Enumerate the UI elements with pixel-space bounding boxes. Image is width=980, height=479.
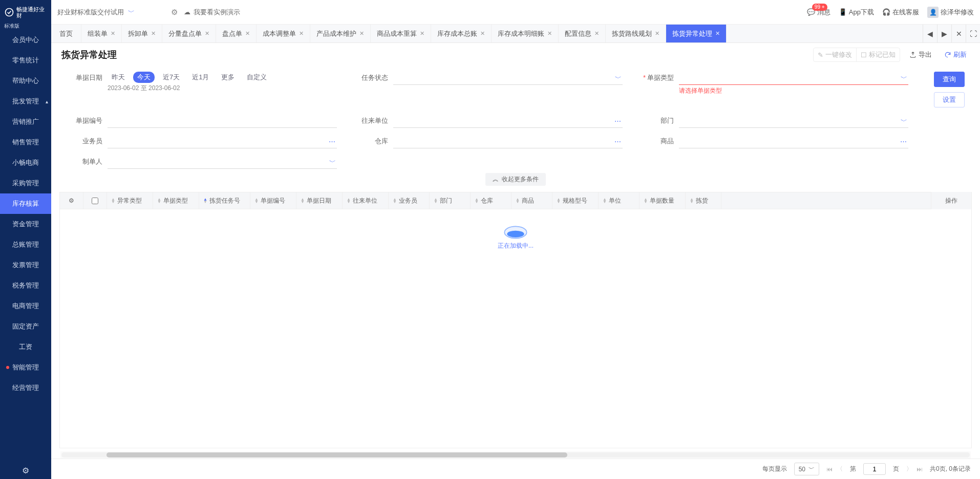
sort-icon[interactable]: ▲▼	[203, 198, 207, 203]
tab[interactable]: 组装单✕	[81, 25, 122, 42]
product-select[interactable]: ⋯	[679, 135, 908, 148]
tab[interactable]: 拣货异常处理✕	[666, 25, 727, 42]
th-settings[interactable]: ⚙	[60, 192, 83, 209]
messages-link[interactable]: 99 + 💬 消息	[807, 8, 830, 17]
pager-first[interactable]: ⏮	[826, 466, 833, 473]
th-checkbox[interactable]	[83, 192, 107, 209]
th[interactable]: ▲▼单据数量	[640, 192, 686, 209]
app-download-link[interactable]: 📱 App下载	[839, 8, 874, 17]
sidebar-item[interactable]: 帮助中心	[0, 71, 51, 91]
sidebar-item[interactable]: 营销推广	[0, 112, 51, 132]
sidebar-item[interactable]: 资金管理	[0, 214, 51, 234]
sort-icon[interactable]: ▲▼	[301, 198, 305, 203]
tabs-close-all[interactable]: ✕	[951, 25, 966, 42]
sort-icon[interactable]: ▲▼	[475, 198, 479, 203]
sort-icon[interactable]: ▲▼	[690, 198, 694, 203]
sidebar-item[interactable]: 零售统计	[0, 50, 51, 71]
close-icon[interactable]: ✕	[151, 30, 156, 37]
select-all-checkbox[interactable]	[92, 198, 98, 204]
creator-select[interactable]: ﹀	[108, 156, 337, 169]
bill-type-select[interactable]: ﹀	[679, 72, 908, 85]
tab[interactable]: 拣货路线规划✕	[606, 25, 666, 42]
settings-button[interactable]: 设置	[934, 92, 965, 107]
sort-icon[interactable]: ▲▼	[347, 198, 351, 203]
date-pill[interactable]: 更多	[217, 72, 239, 83]
per-page-select[interactable]: 50 ﹀	[794, 463, 819, 475]
page-input[interactable]	[863, 463, 886, 475]
tab[interactable]: 盘点单✕	[216, 25, 257, 42]
tab[interactable]: 成本调整单✕	[257, 25, 310, 42]
sort-icon[interactable]: ▲▼	[644, 198, 648, 203]
date-pill[interactable]: 自定义	[243, 72, 271, 83]
pager-prev[interactable]: 〈	[837, 465, 843, 473]
tabs-scroll-left[interactable]: ◀	[923, 25, 937, 42]
sort-icon[interactable]: ▲▼	[557, 198, 561, 203]
sidebar-item[interactable]: 采购管理	[0, 173, 51, 193]
partner-select[interactable]: ⋯	[393, 115, 623, 128]
date-pill[interactable]: 昨天	[108, 72, 129, 83]
sidebar-item[interactable]: 发票管理	[0, 255, 51, 275]
date-pill[interactable]: 近1月	[188, 72, 213, 83]
bill-no-input[interactable]	[108, 115, 337, 128]
export-button[interactable]: 导出	[906, 48, 935, 61]
refresh-button[interactable]: 刷新	[941, 48, 970, 61]
date-pill[interactable]: 近7天	[159, 72, 184, 83]
tab[interactable]: 分量盘点单✕	[162, 25, 216, 42]
tabs-fullscreen[interactable]: ⛶	[966, 25, 980, 42]
tab[interactable]: 产品成本维护✕	[310, 25, 371, 42]
sort-icon[interactable]: ▲▼	[157, 198, 161, 203]
sidebar-item[interactable]: 小畅电商	[0, 153, 51, 173]
th[interactable]: ▲▼业务员	[389, 192, 430, 209]
sidebar-settings-icon[interactable]: ⚙	[0, 462, 51, 479]
th[interactable]: ▲▼规格型号	[552, 192, 599, 209]
customer-service-link[interactable]: 🎧 在线客服	[882, 8, 919, 17]
sidebar-item[interactable]: 工资	[0, 337, 51, 357]
demo-link[interactable]: ☁ 我要看实例演示	[184, 8, 240, 17]
th[interactable]: ▲▼拣货	[686, 192, 721, 209]
pager-next[interactable]: 〉	[906, 465, 912, 473]
tab[interactable]: 库存成本总账✕	[431, 25, 492, 42]
th[interactable]: ▲▼拣货任务号	[199, 192, 250, 209]
close-icon[interactable]: ✕	[205, 30, 209, 37]
close-icon[interactable]: ✕	[245, 30, 250, 37]
sort-icon[interactable]: ▲▼	[434, 198, 438, 203]
close-icon[interactable]: ✕	[480, 30, 485, 37]
sidebar-item[interactable]: 智能管理	[0, 357, 51, 378]
sidebar-item[interactable]: 库存核算	[0, 193, 51, 214]
user-menu[interactable]: 👤 徐泽华修改	[927, 7, 974, 18]
close-icon[interactable]: ✕	[111, 30, 115, 37]
sidebar-item[interactable]: 经营管理	[0, 378, 51, 398]
horizontal-scrollbar[interactable]	[60, 451, 971, 459]
tab[interactable]: 商品成本重算✕	[371, 25, 431, 42]
sidebar-item[interactable]: 电商管理	[0, 296, 51, 316]
gear-icon[interactable]: ⚙	[171, 8, 178, 17]
sidebar-item[interactable]: 销售管理	[0, 132, 51, 153]
sidebar-item[interactable]: 批发管理▴	[0, 91, 51, 112]
collapse-filters-button[interactable]: ︽ 收起更多条件	[485, 173, 546, 186]
sidebar-item[interactable]: 总账管理	[0, 234, 51, 255]
sidebar-item[interactable]: 会员中心	[0, 30, 51, 50]
close-icon[interactable]: ✕	[655, 30, 659, 37]
th[interactable]: ▲▼异常类型	[107, 192, 153, 209]
date-pill[interactable]: 今天	[133, 72, 155, 83]
sort-icon[interactable]: ▲▼	[111, 198, 115, 203]
th[interactable]: ▲▼商品	[512, 192, 552, 209]
th[interactable]: ▲▼单据类型	[153, 192, 199, 209]
close-icon[interactable]: ✕	[420, 30, 424, 37]
tab[interactable]: 库存成本明细账✕	[492, 25, 559, 42]
close-icon[interactable]: ✕	[547, 30, 552, 37]
dept-select[interactable]: ﹀	[679, 115, 908, 128]
warehouse-select[interactable]: ⋯	[393, 135, 623, 148]
sidebar-item[interactable]: 税务管理	[0, 275, 51, 296]
tab[interactable]: 拆卸单✕	[122, 25, 162, 42]
sort-icon[interactable]: ▲▼	[603, 198, 607, 203]
close-icon[interactable]: ✕	[715, 30, 720, 37]
sidebar-item[interactable]: 固定资产	[0, 316, 51, 337]
sales-select[interactable]: ⋯	[108, 135, 337, 148]
tab[interactable]: 配置信息✕	[559, 25, 606, 42]
pager-last[interactable]: ⏭	[917, 466, 923, 473]
th[interactable]: ▲▼仓库	[471, 192, 512, 209]
sort-icon[interactable]: ▲▼	[516, 198, 520, 203]
close-icon[interactable]: ✕	[594, 30, 599, 37]
th[interactable]: ▲▼单位	[599, 192, 640, 209]
